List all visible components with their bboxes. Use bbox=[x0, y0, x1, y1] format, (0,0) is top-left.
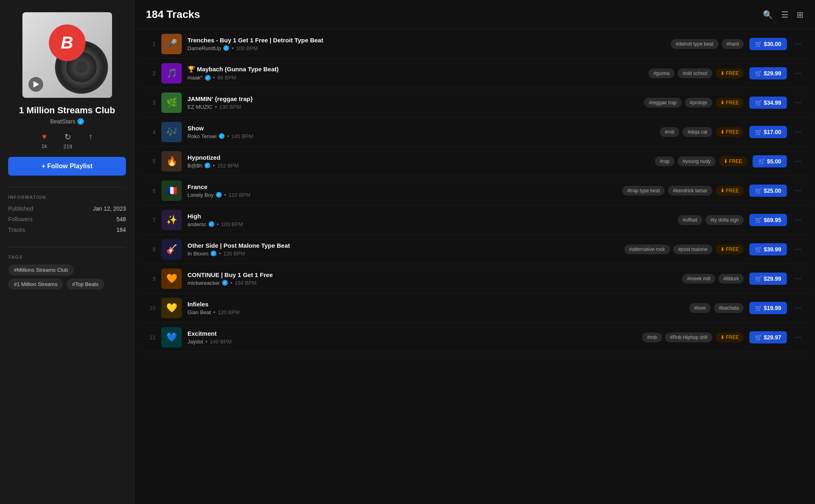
tag-chip[interactable]: #Millions Streams Club bbox=[8, 264, 74, 275]
more-options-icon[interactable]: ··· bbox=[793, 67, 804, 79]
track-thumbnail: 🇫🇷 bbox=[161, 180, 182, 201]
track-tag[interactable]: #lildurk bbox=[718, 274, 744, 284]
track-tags: #detroit type beat#hard bbox=[671, 39, 744, 49]
track-tag[interactable]: #protoje bbox=[685, 98, 712, 108]
track-tag[interactable]: #post malone bbox=[673, 244, 712, 254]
buy-button[interactable]: 🛒 $5.00 bbox=[753, 155, 787, 167]
more-options-icon[interactable]: ··· bbox=[793, 155, 804, 167]
more-options-icon[interactable]: ··· bbox=[793, 331, 804, 343]
table-row[interactable]: 8🎸Other Side | Post Malone Type BeatIn B… bbox=[139, 235, 811, 264]
buy-button[interactable]: 🛒 $29.97 bbox=[749, 331, 787, 343]
track-tag[interactable]: #love bbox=[689, 303, 711, 313]
track-info: Other Side | Post Malone Type BeatIn Blo… bbox=[187, 242, 619, 257]
track-tags: #offset#ty dolla sign bbox=[678, 215, 744, 225]
free-tag: ⬇ FREE bbox=[716, 127, 744, 137]
track-number: 1 bbox=[146, 41, 156, 47]
track-artist: maak* bbox=[187, 75, 203, 81]
track-artist: Lonely Boy bbox=[187, 192, 214, 198]
table-row[interactable]: 11💙ExcitmentJaydot•140 BPM#rnb#Rnb Hipho… bbox=[139, 323, 811, 352]
follow-playlist-button[interactable]: + Follow Playlist bbox=[8, 157, 126, 176]
track-tag[interactable]: #rnb bbox=[660, 127, 679, 137]
track-name: High bbox=[187, 213, 672, 220]
track-thumbnail: 🎤 bbox=[161, 34, 182, 54]
track-tag[interactable]: #reggae trap bbox=[644, 98, 681, 108]
track-tag[interactable]: #young nudy bbox=[678, 156, 716, 166]
table-row[interactable]: 7✨Highandersc✓•103 BPM#offset#ty dolla s… bbox=[139, 205, 811, 235]
track-bpm: 152 BPM bbox=[217, 163, 239, 169]
buy-button[interactable]: 🛒 $69.95 bbox=[749, 214, 787, 226]
buy-button[interactable]: 🛒 $39.99 bbox=[749, 243, 787, 255]
share-stat[interactable]: ↑ bbox=[88, 132, 93, 150]
free-tag: ⬇ FREE bbox=[716, 186, 744, 196]
track-tag[interactable]: #rnb bbox=[642, 332, 662, 342]
playlist-author: BeatStars ✓ bbox=[50, 118, 84, 125]
track-name: Trenches - Buy 1 Get 1 Free | Detroit Ty… bbox=[187, 37, 665, 44]
track-name: Other Side | Post Malone Type Beat bbox=[187, 242, 619, 249]
track-number: 11 bbox=[146, 334, 156, 341]
buy-button[interactable]: 🛒 $17.00 bbox=[749, 126, 787, 138]
table-row[interactable]: 4🎶ShowRoko Tensei✓•145 BPM#rnb#doja cat⬇… bbox=[139, 117, 811, 147]
table-row[interactable]: 3🌿JAMMIN' {reggae trap}EZ MUZIC•130 BPM#… bbox=[139, 88, 811, 117]
buy-button[interactable]: 🛒 $30.00 bbox=[749, 38, 787, 50]
buy-button[interactable]: 🛒 $19.99 bbox=[749, 302, 787, 314]
tag-chip[interactable]: #Top Beats bbox=[66, 279, 104, 290]
track-tag[interactable]: #hard bbox=[722, 39, 744, 49]
more-options-icon[interactable]: ··· bbox=[793, 214, 804, 226]
track-tag[interactable]: #alternative rock bbox=[624, 244, 670, 254]
more-options-icon[interactable]: ··· bbox=[793, 126, 804, 138]
buy-button[interactable]: 🛒 $29.99 bbox=[749, 67, 787, 79]
track-tag[interactable]: #bachata bbox=[714, 303, 744, 313]
track-tag[interactable]: #kendrick lamar bbox=[668, 186, 712, 196]
table-row[interactable]: 6🇫🇷FranceLonely Boy✓•110 BPM#trap type b… bbox=[139, 176, 811, 205]
track-tag[interactable]: #offset bbox=[678, 215, 702, 225]
more-options-icon[interactable]: ··· bbox=[793, 302, 804, 314]
track-bpm: 120 BPM bbox=[223, 251, 245, 257]
search-icon[interactable]: 🔍 bbox=[763, 10, 773, 20]
grid-icon[interactable]: ⊞ bbox=[797, 10, 804, 20]
track-tag[interactable]: #old school bbox=[678, 68, 712, 78]
tag-chip[interactable]: #1 Million Streams bbox=[8, 279, 63, 290]
track-thumbnail: ✨ bbox=[161, 210, 182, 230]
buy-button[interactable]: 🛒 $29.99 bbox=[749, 273, 787, 285]
table-row[interactable]: 5🔥HypnotizedB@$h✓•152 BPM#rap#young nudy… bbox=[139, 147, 811, 176]
track-bpm: 184 BPM bbox=[235, 280, 256, 286]
more-options-icon[interactable]: ··· bbox=[793, 185, 804, 196]
table-row[interactable]: 9🧡CONTINUE | Buy 1 Get 1 Freemickwreacke… bbox=[139, 264, 811, 293]
verified-icon: ✓ bbox=[219, 133, 225, 139]
track-meta: maak*✓•86 BPM bbox=[187, 75, 643, 81]
menu-icon[interactable]: ☰ bbox=[781, 10, 789, 20]
track-tags: #rap#young nudy⬇ FREE bbox=[655, 156, 747, 166]
likes-stat[interactable]: ♥ 1k bbox=[42, 132, 47, 150]
buy-button[interactable]: 🛒 $25.00 bbox=[749, 185, 787, 197]
track-tag[interactable]: #meek mill bbox=[682, 274, 715, 284]
play-button[interactable] bbox=[29, 77, 43, 92]
track-tag[interactable]: #trap type beat bbox=[622, 186, 665, 196]
reposts-stat[interactable]: ↻ 219 bbox=[64, 132, 73, 150]
track-number: 9 bbox=[146, 275, 156, 282]
playlist-title: 1 Million Streams Club bbox=[19, 105, 115, 116]
track-meta: Lonely Boy✓•110 BPM bbox=[187, 192, 617, 198]
buy-button[interactable]: 🛒 $34.99 bbox=[749, 97, 787, 109]
track-artist: mickwreacker bbox=[187, 280, 220, 286]
more-options-icon[interactable]: ··· bbox=[793, 243, 804, 255]
track-tag[interactable]: #rap bbox=[655, 156, 674, 166]
more-options-icon[interactable]: ··· bbox=[793, 97, 804, 108]
track-meta: Gian Beat•120 BPM bbox=[187, 309, 683, 315]
track-tag[interactable]: #detroit type beat bbox=[671, 39, 718, 49]
table-row[interactable]: 1🎤Trenches - Buy 1 Get 1 Free | Detroit … bbox=[139, 29, 811, 59]
repeat-icon: ↻ bbox=[64, 132, 71, 142]
track-thumbnail: 🌿 bbox=[161, 92, 182, 113]
more-options-icon[interactable]: ··· bbox=[793, 273, 804, 284]
track-tag[interactable]: #Rnb Hiphop drill bbox=[665, 332, 712, 342]
track-tag[interactable]: #ty dolla sign bbox=[705, 215, 744, 225]
track-tag[interactable]: #gunna bbox=[648, 68, 674, 78]
table-row[interactable]: 2🎵🏆 Maybach (Gunna Type Beat)maak*✓•86 B… bbox=[139, 59, 811, 88]
table-row[interactable]: 10💛InfielesGian Beat•120 BPM#love#bachat… bbox=[139, 293, 811, 323]
more-options-icon[interactable]: ··· bbox=[793, 38, 804, 50]
track-name: JAMMIN' {reggae trap} bbox=[187, 95, 638, 102]
track-tag[interactable]: #doja cat bbox=[683, 127, 712, 137]
track-meta: mickwreacker✓•184 BPM bbox=[187, 280, 676, 286]
track-name: 🏆 Maybach (Gunna Type Beat) bbox=[187, 66, 643, 73]
track-bpm: 145 BPM bbox=[231, 133, 253, 139]
track-number: 2 bbox=[146, 70, 156, 77]
